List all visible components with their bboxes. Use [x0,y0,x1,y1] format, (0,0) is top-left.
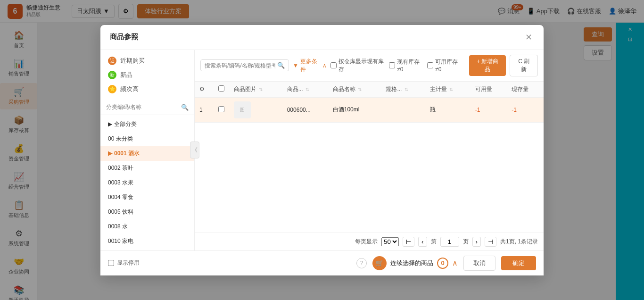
refresh-button[interactable]: C 刷新 [510,55,538,76]
category-beverages[interactable]: 0005 饮料 [100,205,194,219]
confirm-button[interactable]: 确定 [501,256,536,270]
row-checkbox[interactable] [218,106,224,112]
modal-body: 近 近期购买 新 新品 ⭐ 频次高 [100,50,544,250]
select-all-checkbox[interactable] [218,85,224,92]
add-product-button[interactable]: + 新增商品 [469,55,506,76]
modal-left-panel: 近 近期购买 新 新品 ⭐ 频次高 [100,50,195,250]
filter-icon: ▼ [293,62,298,69]
new-icon: 新 [108,71,116,79]
col-spec: 规格... ⇅ [381,82,425,98]
filter-arrow-icon: ∧ [322,62,327,69]
product-table-wrap: ⚙ 商品图片 ⇅ 商品... ⇅ [195,82,544,233]
row-index: 1 [195,97,214,122]
category-fruit[interactable]: 0003 水果 [100,175,194,190]
modal-overlay: 商品参照 ✕ 近 近期购买 新 新品 [0,0,644,300]
arrow-icon: ▶ [108,121,112,127]
row-stock: -1 [507,97,544,122]
show-disabled-label[interactable]: 显示停用 [108,259,140,267]
col-settings[interactable]: ⚙ [195,82,214,98]
row-image: 图 [229,97,282,122]
cancel-button[interactable]: 取消 [463,256,495,271]
cart-label: 连续选择的商品 [390,259,433,267]
prev-page-button[interactable]: ‹ [418,237,427,247]
quick-link-new[interactable]: 新 新品 [100,68,194,82]
product-reference-modal: 商品参照 ✕ 近 近期购买 新 新品 [100,25,544,275]
page-size-label: 每页显示 [355,238,378,246]
category-tea[interactable]: 0002 茶叶 [100,161,194,175]
more-filter-button[interactable]: ▼ 更多条件 ∧ [293,58,327,74]
category-water[interactable]: 0008 水 [100,219,194,234]
row-code: 000600... [282,97,328,122]
category-snacks[interactable]: 0004 零食 [100,190,194,205]
product-search-input[interactable] [205,62,275,69]
quick-link-new-label: 新品 [120,71,132,79]
cart-section: 🛒 连续选择的商品 0 ∧ [372,256,458,270]
col-stock: 现存量 [507,82,544,98]
col-image: 商品图片 ⇅ [229,82,282,98]
category-list: ▶ 全部分类 00 未分类 ▶ 0001 酒水 0002 茶叶 [100,115,194,250]
product-search-wrap: 🔍 [200,59,289,71]
show-disabled-checkbox[interactable] [108,260,114,266]
last-page-button[interactable]: ⊣ [485,237,496,247]
quick-links: 近 近期购买 新 新品 ⭐ 频次高 [100,50,194,100]
next-page-button[interactable]: › [472,237,481,247]
modal-close-button[interactable]: ✕ [523,32,534,43]
col-available: 可用量 [471,82,507,98]
pagination: 每页显示 50 ⊢ ‹ 第 页 › ⊣ 共1页, 1条记录 [195,233,544,250]
modal-header: 商品参照 ✕ [100,25,544,50]
checkbox-available-stock[interactable]: 可用库存≠0 [427,58,462,73]
quick-link-recent[interactable]: 近 近期购买 [100,54,194,68]
star-icon: ⭐ [108,85,116,93]
modal-title: 商品参照 [110,33,138,42]
row-checkbox-cell[interactable] [214,97,229,122]
product-table: ⚙ 商品图片 ⇅ 商品... ⇅ [195,82,544,123]
available-stock-checkbox[interactable] [427,62,433,68]
quick-link-frequent[interactable]: ⭐ 频次高 [100,82,194,96]
warehouse-stock-checkbox[interactable] [330,62,337,68]
help-icon[interactable]: ? [356,258,367,268]
quick-link-frequent-label: 频次高 [120,85,139,93]
modal-toolbar: 🔍 ▼ 更多条件 ∧ 按仓库显示现有库存 现有库存≠0 [195,50,544,82]
page-unit: 页 [463,238,469,246]
category-appliances[interactable]: 0010 家电 [100,234,194,249]
col-name: 商品名称 ⇅ [328,82,381,98]
row-available: -1 [471,97,507,122]
row-spec [381,97,425,122]
category-uncategorized[interactable]: 00 未分类 [100,132,194,146]
search-icon[interactable]: 🔍 [277,62,285,69]
total-info: 共1页, 1条记录 [500,238,538,246]
row-name: 白酒100ml [328,97,381,122]
collapse-panel-button[interactable]: 《 [190,142,199,158]
quick-link-recent-label: 近期购买 [120,57,145,65]
checkbox-warehouse-stock[interactable]: 按仓库显示现有库存 [330,58,386,74]
product-image: 图 [234,101,251,118]
checkbox-current-stock[interactable]: 现有库存≠0 [389,58,423,73]
category-all[interactable]: ▶ 全部分类 [100,117,194,132]
page-size-select[interactable]: 50 [381,237,399,246]
category-search-icon[interactable]: 🔍 [181,104,189,111]
cart-icon[interactable]: 🛒 [372,256,387,270]
category-search-input[interactable] [106,104,178,110]
cart-count: 0 [437,258,448,269]
modal-footer: 显示停用 ? 🛒 连续选择的商品 0 ∧ 取消 确定 [100,250,544,275]
cart-collapse-icon[interactable]: ∧ [452,258,458,267]
col-code: 商品... ⇅ [282,82,328,98]
page-label: 第 [431,238,437,246]
category-search: 🔍 [100,100,194,115]
modal-right-panel: 🔍 ▼ 更多条件 ∧ 按仓库显示现有库存 现有库存≠0 [195,50,544,250]
row-unit: 瓶 [425,97,471,122]
current-stock-checkbox[interactable] [389,62,395,68]
clock-icon: 近 [108,57,116,65]
table-row[interactable]: 1 图 000600... 白酒100ml [195,97,544,122]
page-input[interactable] [440,237,459,247]
col-checkbox [214,82,229,98]
arrow-icon: ▶ [108,150,112,157]
modal-left-wrap: 近 近期购买 新 新品 ⭐ 频次高 [100,50,195,250]
col-unit: 主计量 ⇅ [425,82,471,98]
category-liquor[interactable]: ▶ 0001 酒水 [100,146,194,161]
first-page-button[interactable]: ⊢ [403,237,414,247]
